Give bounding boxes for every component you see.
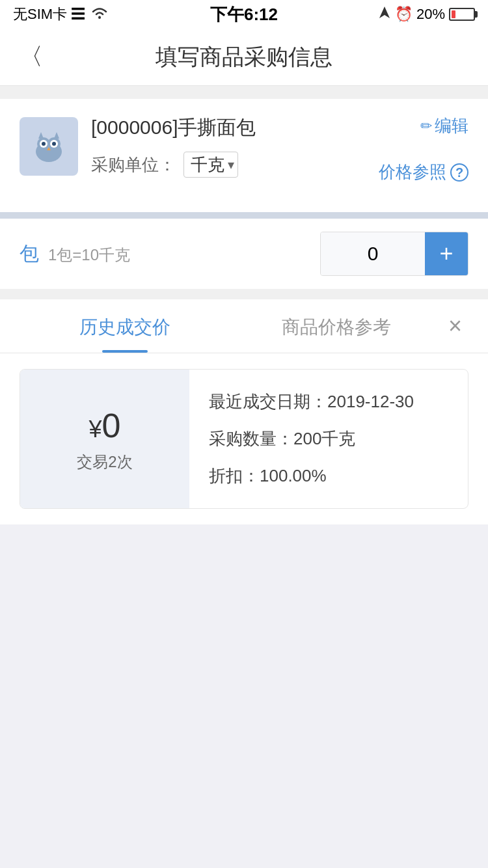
discount-value: 100.00% (260, 466, 327, 485)
discount-label: 折扣： (209, 466, 260, 485)
purchase-qty-label: 采购数量： (209, 429, 293, 448)
product-unit-row: 采购单位： 千克 包 (91, 152, 256, 178)
product-section: [0000006]手撕面包 采购单位： 千克 包 ✏ 编辑 价格参照 (0, 99, 488, 212)
product-image (20, 117, 78, 176)
purchase-qty-value: 200千克 (293, 429, 355, 448)
svg-point-8 (52, 142, 56, 146)
svg-point-7 (42, 142, 46, 146)
quantity-input[interactable] (321, 232, 425, 275)
price-card: ¥0 交易2次 最近成交日期：2019-12-30 采购数量：200千克 折扣：… (20, 369, 468, 509)
recent-date-value: 2019-12-30 (327, 392, 414, 411)
price-value: ¥0 (89, 406, 121, 445)
tabs-header: 历史成交价 商品价格参考 × (0, 299, 488, 353)
tabs-section: 历史成交价 商品价格参考 × ¥0 交易2次 最近成交日期：2019-12-30… (0, 299, 488, 524)
svg-marker-11 (54, 132, 59, 139)
price-currency: ¥ (89, 416, 102, 442)
page-background (0, 524, 488, 868)
nav-bar: 〈 填写商品采购信息 (0, 29, 488, 86)
status-left: 无SIM卡 ☰ (13, 5, 109, 24)
quantity-left: 包 1包=10千克 (20, 241, 130, 267)
product-info: [0000006]手撕面包 采购单位： 千克 包 (91, 115, 256, 178)
svg-point-0 (98, 16, 101, 19)
tab-history-label: 历史成交价 (79, 317, 170, 337)
quantity-input-wrapper: + (320, 232, 468, 276)
product-actions: ✏ 编辑 价格参照 ? (379, 115, 468, 183)
wifi-icon (90, 5, 109, 23)
edit-label: 编辑 (435, 115, 468, 137)
unit-select[interactable]: 千克 包 (183, 152, 238, 178)
price-amount: 0 (102, 407, 121, 444)
quantity-plus-button[interactable]: + (425, 232, 468, 275)
product-header: [0000006]手撕面包 采购单位： 千克 包 ✏ 编辑 价格参照 (20, 115, 468, 183)
price-ref-label: 价格参照 (379, 161, 446, 183)
recent-date-label: 最近成交日期： (209, 392, 327, 411)
price-trades: 交易2次 (77, 452, 132, 472)
purchase-qty-row: 采购数量：200千克 (209, 426, 448, 452)
product-left: [0000006]手撕面包 采购单位： 千克 包 (20, 115, 256, 178)
quantity-conversion: 1包=10千克 (48, 245, 130, 265)
alarm-icon: ⏰ (395, 6, 413, 23)
tab-price-ref[interactable]: 商品价格参考 (230, 299, 441, 353)
status-bar: 无SIM卡 ☰ 下午6:12 ⏰ 20% (0, 0, 488, 29)
quantity-row: 包 1包=10千克 + (0, 219, 488, 289)
carrier-text: 无SIM卡 ☰ (13, 5, 85, 24)
discount-row: 折扣：100.00% (209, 463, 448, 489)
battery-icon (449, 8, 475, 21)
product-name: [0000006]手撕面包 (91, 115, 256, 141)
svg-marker-10 (38, 132, 44, 139)
tab-history-price[interactable]: 历史成交价 (20, 299, 230, 353)
svg-marker-1 (379, 7, 390, 18)
tab-price-ref-label: 商品价格参考 (282, 317, 391, 337)
close-button[interactable]: × (442, 306, 468, 346)
status-right: ⏰ 20% (378, 5, 475, 23)
price-card-right: 最近成交日期：2019-12-30 采购数量：200千克 折扣：100.00% (189, 370, 468, 508)
battery-percent: 20% (416, 6, 445, 23)
quantity-unit: 包 (20, 241, 39, 267)
page-title: 填写商品采购信息 (156, 42, 332, 72)
unit-label: 采购单位： (91, 154, 176, 176)
price-ref-button[interactable]: 价格参照 ? (379, 161, 468, 183)
content-area: ¥0 交易2次 最近成交日期：2019-12-30 采购数量：200千克 折扣：… (0, 353, 488, 524)
status-time: 下午6:12 (210, 3, 278, 26)
gray-divider (0, 212, 488, 219)
product-thumbnail (29, 127, 68, 166)
edit-icon: ✏ (420, 118, 432, 135)
location-icon (378, 5, 391, 23)
unit-select-wrapper[interactable]: 千克 包 (183, 152, 238, 178)
edit-button[interactable]: ✏ 编辑 (420, 115, 468, 137)
back-button[interactable]: 〈 (20, 34, 49, 79)
recent-date-row: 最近成交日期：2019-12-30 (209, 389, 448, 414)
info-icon: ? (450, 163, 468, 182)
price-card-left: ¥0 交易2次 (20, 370, 189, 508)
